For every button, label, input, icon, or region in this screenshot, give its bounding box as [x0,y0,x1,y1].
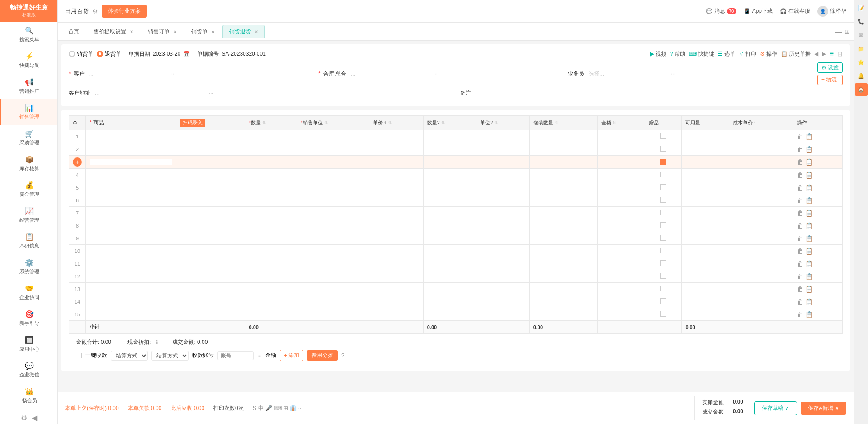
sidebar-item-guide[interactable]: 🎯 新手引导 [0,305,57,331]
product-cell[interactable] [86,156,176,169]
product-cell[interactable] [86,257,176,270]
gift-checkbox[interactable] [660,248,666,253]
th-scan[interactable]: 扫码录入 [176,116,245,130]
delete-icon[interactable]: 🗑 [797,260,803,267]
delete-icon[interactable]: 🗑 [797,197,803,204]
copy-icon[interactable]: 📋 [805,184,813,191]
sidebar-item-apps[interactable]: 🔲 应用中心 [0,331,57,357]
message-button[interactable]: 💬 消息 70 [706,7,736,15]
staff-more-icon[interactable]: ··· [671,71,675,77]
toolbar-history[interactable]: 📋历史单据 [781,50,811,58]
mic-icon[interactable]: 🎤 [265,405,272,411]
copy-icon[interactable]: 📋 [805,260,813,267]
staff-input[interactable] [587,70,668,78]
price-info-icon[interactable]: ℹ [384,120,386,125]
customer-input[interactable] [87,70,169,78]
right-btn-home[interactable]: 🏠 [855,83,868,96]
tab-sale-out[interactable]: 销货单 ✕ [184,25,222,38]
delete-icon[interactable]: 🗑 [797,222,803,229]
sidebar-settings-icon[interactable]: ⚙ [21,414,27,422]
view-list-icon[interactable]: ≡ [830,50,834,58]
delete-icon[interactable]: 🗑 [797,248,803,255]
fenpai-button[interactable]: 费用分摊 [307,350,338,361]
more2-icon[interactable]: ··· [298,405,303,411]
delete-icon[interactable]: 🗑 [797,146,803,153]
unit-sort-icon[interactable]: ⇅ [324,120,328,125]
discount-info-icon[interactable]: ℹ [156,339,158,346]
tab-sale-price[interactable]: 售价提取设置 ✕ [87,25,140,38]
qty2-sort-icon[interactable]: ⇅ [441,120,445,125]
delete-icon[interactable]: 🗑 [797,184,803,191]
history-next-icon[interactable]: ▶ [822,51,826,57]
add-row-btn[interactable]: + [73,157,82,167]
gift-checkbox[interactable] [660,235,666,241]
copy-icon[interactable]: 📋 [805,286,813,293]
delete-icon[interactable]: 🗑 [797,172,803,179]
qty-sort-icon[interactable]: ⇅ [262,120,266,125]
tab-maximize-btn[interactable]: ⊞ [844,28,850,35]
gift-checkbox[interactable] [660,172,666,177]
sidebar-item-shortcut[interactable]: ⚡ 快捷导航 [0,48,57,73]
save-draft-button[interactable]: 保存草稿 ∧ [754,401,797,415]
gift-checkbox[interactable] [660,286,666,291]
shirt-icon[interactable]: 👔 [290,405,297,411]
copy-icon[interactable]: 📋 [805,158,813,166]
app-download-button[interactable]: 📱 App下载 [744,7,773,15]
sidebar-item-member[interactable]: 👑 畅会员 [0,383,57,409]
copy-icon[interactable]: 📋 [805,235,813,242]
view-grid-icon[interactable]: ⊞ [837,50,843,57]
delete-icon[interactable]: 🗑 [797,210,803,217]
right-btn-star[interactable]: ⭐ [855,56,868,69]
toolbar-select[interactable]: ☰选单 [718,50,735,58]
delete-icon[interactable]: 🗑 [797,286,803,293]
product-cell[interactable] [86,219,176,232]
product-cell[interactable] [86,207,176,219]
product-cell[interactable] [86,283,176,295]
right-btn-phone[interactable]: 📞 [855,15,868,28]
remark-input[interactable] [474,89,609,97]
history-prev-icon[interactable]: ◀ [814,51,818,57]
sidebar-item-basic[interactable]: 📋 基础信息 [0,228,57,254]
delete-icon[interactable]: 🗑 [797,311,803,318]
customer-more-icon[interactable]: ··· [171,71,176,77]
right-btn-bell[interactable]: 🔔 [855,70,868,82]
gift-checkbox[interactable] [660,260,666,266]
payment-checkbox[interactable] [76,353,82,358]
sidebar-item-marketing[interactable]: 📢 营销推广 [0,73,57,99]
fenpai-help-icon[interactable]: ? [341,353,344,359]
delete-icon[interactable]: 🗑 [797,235,803,242]
address-more-icon[interactable]: ··· [209,90,213,96]
delete-icon[interactable]: 🗑 [797,133,803,140]
radio-sale[interactable]: 销货单 [69,50,93,58]
copy-icon[interactable]: 📋 [805,172,813,179]
sidebar-item-sales[interactable]: 📊 销售管理 [0,99,57,125]
gift-checkbox[interactable] [660,133,666,139]
copy-icon[interactable]: 📋 [805,222,813,229]
sidebar-item-system[interactable]: ⚙️ 系统管理 [0,254,57,280]
copy-icon[interactable]: 📋 [805,298,813,305]
product-cell[interactable] [86,169,176,181]
gift-checkbox[interactable] [660,184,666,190]
copy-icon[interactable]: 📋 [805,210,813,217]
sidebar-item-finance[interactable]: 💰 资金管理 [0,176,57,202]
gift-checkbox[interactable] [660,222,666,228]
packqty-sort-icon[interactable]: ⇅ [555,120,558,125]
scan-btn[interactable]: 扫码录入 [180,119,205,127]
tab-sale-order[interactable]: 销售订单 ✕ [141,25,184,38]
calendar-icon[interactable]: 📅 [183,51,190,57]
right-btn-note[interactable]: 📝 [855,2,868,14]
toolbar-help[interactable]: ?帮助 [670,50,685,58]
delete-icon[interactable]: 🗑 [797,298,803,305]
product-cell[interactable] [86,295,176,308]
price-sort-icon[interactable]: ⇅ [388,120,392,125]
sidebar-item-weixin[interactable]: 💬 企业微信 [0,357,57,383]
copy-icon[interactable]: 📋 [805,146,813,153]
tab-sale-return[interactable]: 销货退货 ✕ [222,25,265,38]
keyboard2-icon[interactable]: ⌨ [274,405,282,411]
tab-sale-order-close[interactable]: ✕ [173,29,177,34]
sidebar-item-purchase[interactable]: 🛒 采购管理 [0,125,57,151]
user-profile-button[interactable]: 👤 徐泽华 [817,6,846,17]
calc-select[interactable]: 结算方式 [151,351,189,361]
sidebar-item-search[interactable]: 🔍 搜索菜单 [0,22,57,48]
th-settings[interactable]: ⚙ [69,116,86,130]
